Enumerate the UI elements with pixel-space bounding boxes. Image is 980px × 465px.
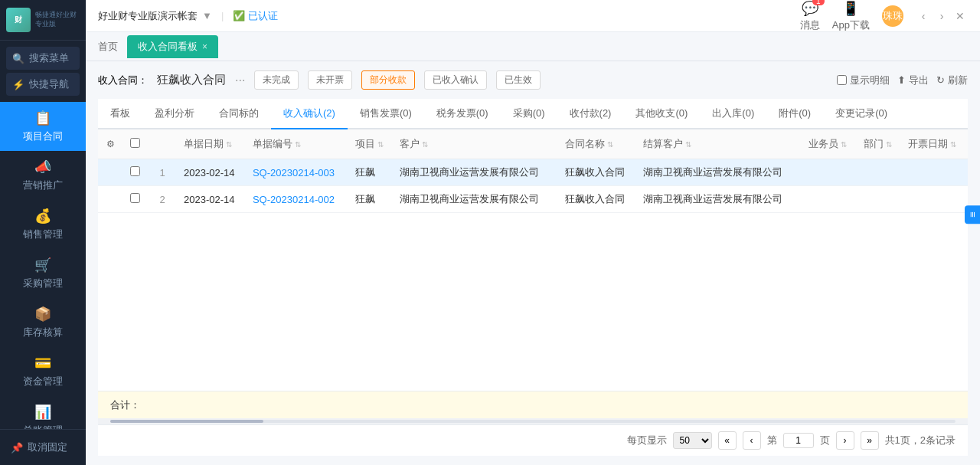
sort-contract-icon: ⇅ bbox=[607, 140, 613, 149]
tab-warehouse[interactable]: 出入库(0) bbox=[700, 99, 766, 129]
tab-change-log[interactable]: 变更记录(0) bbox=[823, 99, 900, 129]
contract-more-button[interactable]: ··· bbox=[235, 74, 245, 87]
last-page-button[interactable]: » bbox=[861, 431, 879, 450]
tab-other-income[interactable]: 其他收支(0) bbox=[623, 99, 700, 129]
row-checkbox[interactable] bbox=[122, 186, 147, 213]
table-container[interactable]: ⚙ 单据日期⇅ 单据编号⇅ 项目⇅ 客户⇅ 合同名称⇅ 结算客户⇅ 业务员⇅ 部… bbox=[98, 129, 968, 391]
home-tab[interactable]: 首页 bbox=[98, 40, 127, 54]
certified-badge: ✅ 已认证 bbox=[233, 9, 278, 23]
tab-kanban[interactable]: 看板 bbox=[98, 99, 142, 129]
col-num bbox=[147, 129, 178, 159]
user-avatar[interactable]: 珠珠 bbox=[882, 5, 903, 27]
tab-payment[interactable]: 收付款(2) bbox=[557, 99, 624, 129]
inventory-icon: 📦 bbox=[34, 306, 51, 323]
close-button[interactable]: ✕ bbox=[952, 8, 968, 24]
row-settings bbox=[98, 159, 122, 186]
row-doc-no[interactable]: SQ-20230214-002 bbox=[247, 186, 349, 213]
sidebar-item-inventory[interactable]: 📦 库存核算 bbox=[0, 298, 86, 347]
table-row[interactable]: 1 2023-02-14 SQ-20230214-003 狂飙 湖南卫视商业运营… bbox=[98, 159, 968, 186]
horizontal-scrollbar[interactable] bbox=[98, 418, 968, 424]
row-num: 1 bbox=[147, 159, 178, 186]
refresh-button[interactable]: ↻ 刷新 bbox=[936, 74, 968, 87]
nav-icon: ⚡ bbox=[12, 79, 24, 90]
per-page-select[interactable]: 50 100 200 bbox=[673, 432, 712, 449]
current-tab[interactable]: 收入合同看板 × bbox=[127, 35, 218, 58]
tab-tax-invoice[interactable]: 税务发票(0) bbox=[424, 99, 501, 129]
sidebar-item-project-contract[interactable]: 📋 项目合同 bbox=[0, 102, 86, 151]
col-settlement-customer[interactable]: 结算客户⇅ bbox=[637, 129, 802, 159]
general-ledger-icon: 📊 bbox=[34, 404, 51, 421]
tab-close-button[interactable]: × bbox=[202, 41, 207, 52]
logo-text: 畅捷通好业财 专业版 bbox=[35, 11, 77, 28]
sidebar-footer: 📌 取消固定 bbox=[0, 429, 86, 465]
col-project[interactable]: 项目⇅ bbox=[349, 129, 394, 159]
first-page-button[interactable]: « bbox=[718, 431, 737, 450]
tab-sales-invoice[interactable]: 销售发票(0) bbox=[348, 99, 424, 129]
col-settings[interactable]: ⚙ bbox=[98, 129, 122, 159]
tab-income-confirm[interactable]: 收入确认(2) bbox=[271, 99, 348, 129]
tab-profit[interactable]: 盈利分析 bbox=[142, 99, 207, 129]
row-contract-name: 狂飙收入合同 bbox=[559, 186, 637, 213]
show-detail-checkbox[interactable]: 显示明细 bbox=[837, 74, 890, 87]
sidebar-item-purchase[interactable]: 🛒 采购管理 bbox=[0, 249, 86, 298]
status-incomplete-button[interactable]: 未完成 bbox=[254, 70, 299, 90]
col-salesperson[interactable]: 业务员⇅ bbox=[802, 129, 858, 159]
sidebar-item-fund[interactable]: 💳 资金管理 bbox=[0, 347, 86, 396]
messages-button[interactable]: 💬 1 消息 bbox=[800, 0, 820, 32]
sidebar-search-area: 🔍 搜索菜单 ⚡ 快捷导航 bbox=[0, 41, 86, 102]
next-button[interactable]: › bbox=[934, 8, 949, 24]
quick-nav-button[interactable]: ⚡ 快捷导航 bbox=[6, 73, 80, 96]
app-download-button[interactable]: 📱 App下载 bbox=[832, 0, 870, 32]
status-noinvoice-button[interactable]: 未开票 bbox=[308, 70, 352, 90]
sort-customer-icon: ⇅ bbox=[422, 140, 428, 149]
unpin-button[interactable]: 📌 取消固定 bbox=[6, 436, 80, 459]
row-checkbox[interactable] bbox=[122, 159, 147, 186]
prev-button[interactable]: ‹ bbox=[916, 8, 931, 24]
tab-contract-standard[interactable]: 合同标的 bbox=[207, 99, 271, 129]
page-tabs: 看板 盈利分析 合同标的 收入确认(2) 销售发票(0) 税务发票(0) 采购(… bbox=[98, 99, 968, 129]
prev-page-button[interactable]: ‹ bbox=[743, 431, 761, 450]
row-doc-no[interactable]: SQ-20230214-003 bbox=[247, 159, 349, 186]
row-date: 2023-02-14 bbox=[178, 186, 247, 213]
sidebar-item-sales[interactable]: 💰 销售管理 bbox=[0, 200, 86, 249]
export-button[interactable]: ⬆ 导出 bbox=[897, 74, 929, 87]
sidebar-item-label: 项目合同 bbox=[23, 129, 63, 143]
tab-purchase[interactable]: 采购(0) bbox=[501, 99, 557, 129]
search-menu-button[interactable]: 🔍 搜索菜单 bbox=[6, 47, 80, 70]
certified-check-icon: ✅ bbox=[233, 10, 245, 21]
row-settlement-customer: 湖南卫视商业运营发展有限公司 bbox=[637, 159, 802, 186]
sales-icon: 💰 bbox=[34, 208, 51, 224]
table-row[interactable]: 2 2023-02-14 SQ-20230214-002 狂飙 湖南卫视商业运营… bbox=[98, 186, 968, 213]
right-panel-button[interactable]: ≡ bbox=[965, 205, 980, 224]
page-number-input[interactable] bbox=[783, 433, 814, 448]
sidebar-item-general-ledger[interactable]: 📊 总账管理 bbox=[0, 396, 86, 429]
col-contract-name[interactable]: 合同名称⇅ bbox=[559, 129, 637, 159]
sidebar-item-label: 资金管理 bbox=[23, 375, 63, 388]
next-page-button[interactable]: › bbox=[836, 431, 854, 450]
contract-prefix: 收入合同： bbox=[98, 74, 148, 87]
status-partial-button[interactable]: 部分收款 bbox=[361, 70, 415, 90]
company-selector[interactable]: 好业财专业版演示帐套 ▼ bbox=[98, 9, 212, 23]
main-area: 好业财专业版演示帐套 ▼ | ✅ 已认证 💬 1 消息 📱 App下载 珠珠 ‹… bbox=[86, 0, 980, 465]
status-confirmed-button[interactable]: 已收入确认 bbox=[424, 70, 487, 90]
col-department[interactable]: 部门⇅ bbox=[858, 129, 902, 159]
sidebar-item-label: 营销推广 bbox=[23, 178, 63, 192]
download-icon: 📱 bbox=[842, 0, 859, 17]
sidebar-item-label: 总账管理 bbox=[23, 424, 63, 429]
col-invoice-date[interactable]: 开票日期⇅ bbox=[902, 129, 968, 159]
company-name: 好业财专业版演示帐套 bbox=[98, 9, 198, 23]
page-prefix: 第 bbox=[767, 434, 777, 447]
tab-attachments[interactable]: 附件(0) bbox=[766, 99, 823, 129]
window-controls: ‹ › ✕ bbox=[916, 8, 968, 24]
sort-department-icon: ⇅ bbox=[886, 140, 892, 149]
col-date[interactable]: 单据日期⇅ bbox=[178, 129, 247, 159]
total-row: 合计： bbox=[98, 391, 968, 418]
sort-date-icon: ⇅ bbox=[226, 140, 232, 149]
col-customer[interactable]: 客户⇅ bbox=[394, 129, 559, 159]
status-effective-button[interactable]: 已生效 bbox=[496, 70, 541, 90]
sidebar-item-marketing[interactable]: 📣 营销推广 bbox=[0, 151, 86, 200]
col-doc-no[interactable]: 单据编号⇅ bbox=[247, 129, 349, 159]
logo-icon: 财 bbox=[6, 8, 31, 32]
sort-docno-icon: ⇅ bbox=[295, 140, 301, 149]
col-checkbox-all[interactable] bbox=[122, 129, 147, 159]
